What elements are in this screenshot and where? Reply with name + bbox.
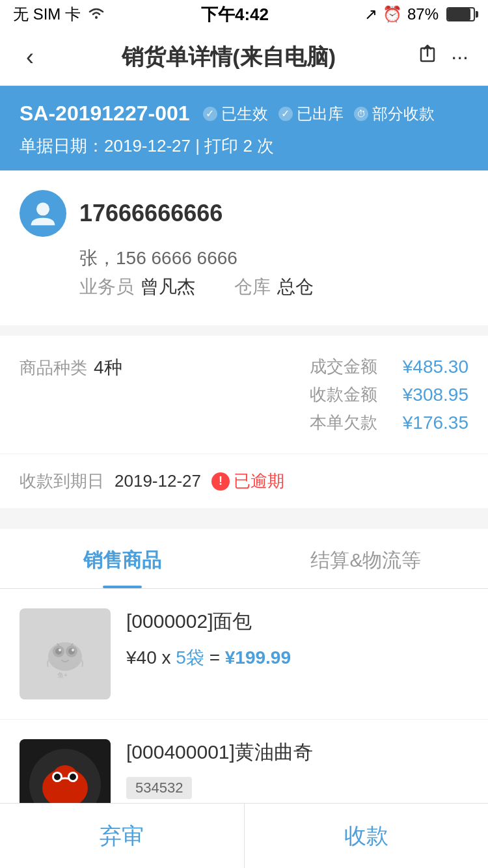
warehouse-label: 仓库 <box>234 275 271 299</box>
warehouse-item: 仓库 总仓 <box>234 275 314 299</box>
tab-sales-label: 销售商品 <box>83 549 161 571</box>
check-icon-1: ✓ <box>203 107 217 121</box>
clock-icon: ⏱ <box>354 107 368 121</box>
cancel-review-button[interactable]: 弃审 <box>0 804 245 868</box>
staff-name: 曾凡杰 <box>141 275 195 299</box>
received-amount-label: 收款金额 <box>310 383 377 406</box>
staff-label: 业务员 <box>79 275 134 299</box>
product-price-1: ¥40 <box>126 647 157 668</box>
due-section: 收款到期日 2019-12-27 ! 已逾期 <box>0 454 488 508</box>
battery-icon <box>446 7 475 21</box>
status-tag-effected: ✓ 已生效 <box>203 103 268 124</box>
summary-section: 商品种类 4种 成交金额 ¥485.30 收款金额 ¥308.95 本单欠款 ¥… <box>0 336 488 454</box>
deal-amount-label: 成交金额 <box>310 355 377 378</box>
status-partial: 部分收款 <box>372 103 435 124</box>
svg-point-0 <box>95 16 98 19</box>
product-item: 鱼+ [0000002]面包 ¥40 x 5袋 = ¥199.99 <box>0 589 488 720</box>
due-amount-value: ¥176.35 <box>390 413 468 433</box>
order-header: SA-20191227-001 ✓ 已生效 ✓ 已出库 ⏱ 部分收款 单据日期：… <box>0 86 488 170</box>
nav-bar: ‹ 销货单详情(来自电脑) ··· <box>0 29 488 86</box>
product-qty-1: 5袋 <box>176 647 204 668</box>
category-value: 4种 <box>94 355 122 380</box>
svg-text:鱼+: 鱼+ <box>57 671 68 679</box>
customer-top: 17666666666 <box>20 190 468 237</box>
divider-2 <box>0 508 488 519</box>
product-name-1: [0000002]面包 <box>126 608 468 635</box>
category-label: 商品种类 <box>20 357 87 379</box>
status-tag-delivered: ✓ 已出库 <box>278 103 344 124</box>
tabs-header: 销售商品 结算&物流等 <box>0 529 488 589</box>
due-label: 收款到期日 <box>20 470 104 493</box>
product-name-2: [000400001]黄油曲奇 <box>126 739 468 766</box>
order-date: 单据日期：2019-12-27 | 打印 2 次 <box>20 135 468 157</box>
svg-point-18 <box>70 774 76 780</box>
status-effected: 已生效 <box>221 103 268 124</box>
deal-amount-row: 成交金额 ¥485.30 <box>310 355 468 378</box>
received-amount-value: ¥308.95 <box>390 385 468 405</box>
product-info-1: [0000002]面包 ¥40 x 5袋 = ¥199.99 <box>126 608 468 699</box>
status-tag-partial: ⏱ 部分收款 <box>354 103 435 124</box>
customer-avatar <box>20 190 66 237</box>
check-icon-2: ✓ <box>278 107 293 121</box>
svg-point-9 <box>72 649 74 651</box>
summary-row: 商品种类 4种 成交金额 ¥485.30 收款金额 ¥308.95 本单欠款 ¥… <box>20 355 468 434</box>
cancel-label: 弃审 <box>100 821 144 851</box>
overdue-icon: ! <box>211 472 230 491</box>
product-sku-2: 534532 <box>126 777 192 799</box>
status-delivered: 已出库 <box>297 103 344 124</box>
warehouse-name: 总仓 <box>277 275 314 299</box>
nav-actions: ··· <box>417 44 468 70</box>
svg-point-2 <box>36 202 49 215</box>
due-date-value: 2019-12-27 <box>115 471 201 491</box>
product-image-1: 鱼+ <box>20 608 111 699</box>
product-price-row-1: ¥40 x 5袋 = ¥199.99 <box>126 645 468 670</box>
battery-percent: 87% <box>407 5 439 23</box>
received-amount-row: 收款金额 ¥308.95 <box>310 383 468 406</box>
customer-staff: 业务员 曾凡杰 仓库 总仓 <box>79 275 468 299</box>
order-header-top: SA-20191227-001 ✓ 已生效 ✓ 已出库 ⏱ 部分收款 <box>20 102 468 126</box>
status-bar: 无 SIM 卡 下午4:42 ↗ ⏰ 87% <box>0 0 488 29</box>
svg-point-3 <box>48 642 82 671</box>
overdue-text: 已逾期 <box>234 470 284 493</box>
customer-info: 张，156 6666 6666 业务员 曾凡杰 仓库 总仓 <box>20 246 468 299</box>
summary-right: 成交金额 ¥485.30 收款金额 ¥308.95 本单欠款 ¥176.35 <box>310 355 468 434</box>
divider-1 <box>0 325 488 336</box>
wifi-icon <box>87 5 105 23</box>
tab-sales-products[interactable]: 销售商品 <box>0 529 244 588</box>
bottom-bar: 弃审 收款 <box>0 803 488 868</box>
tab-settlement-label: 结算&物流等 <box>310 549 421 571</box>
carrier-text: 无 SIM 卡 <box>13 4 81 25</box>
status-tags: ✓ 已生效 ✓ 已出库 ⏱ 部分收款 <box>203 103 435 124</box>
order-number: SA-20191227-001 <box>20 102 190 126</box>
collect-payment-button[interactable]: 收款 <box>245 804 489 868</box>
page-title: 销货单详情(来自电脑) <box>122 42 336 72</box>
product-total-1: ¥199.99 <box>225 647 291 668</box>
svg-point-7 <box>68 648 75 655</box>
customer-id: 17666666666 <box>79 200 223 227</box>
staff-item: 业务员 曾凡杰 <box>79 275 195 299</box>
customer-section: 17666666666 张，156 6666 6666 业务员 曾凡杰 仓库 总… <box>0 170 488 325</box>
customer-detail: 张，156 6666 6666 <box>79 246 468 271</box>
status-right: ↗ ⏰ 87% <box>364 5 475 23</box>
share-button[interactable] <box>417 44 438 70</box>
owl-icon: 鱼+ <box>39 628 91 680</box>
svg-point-8 <box>59 649 61 651</box>
alarm-icon: ⏰ <box>383 5 402 23</box>
due-amount-label: 本单欠款 <box>310 411 377 434</box>
more-button[interactable]: ··· <box>451 45 468 69</box>
confirm-label: 收款 <box>344 821 388 851</box>
summary-left: 商品种类 4种 <box>20 355 122 380</box>
back-button[interactable]: ‹ <box>20 37 40 77</box>
svg-point-17 <box>54 774 61 780</box>
deal-amount-value: ¥485.30 <box>390 357 468 377</box>
tab-settlement[interactable]: 结算&物流等 <box>244 529 488 588</box>
svg-point-6 <box>55 648 62 655</box>
product-placeholder-1: 鱼+ <box>20 608 111 699</box>
location-icon: ↗ <box>364 5 377 23</box>
status-left: 无 SIM 卡 <box>13 4 105 25</box>
due-amount-row: 本单欠款 ¥176.35 <box>310 411 468 434</box>
status-time: 下午4:42 <box>201 3 269 26</box>
overdue-badge: ! 已逾期 <box>211 470 284 493</box>
